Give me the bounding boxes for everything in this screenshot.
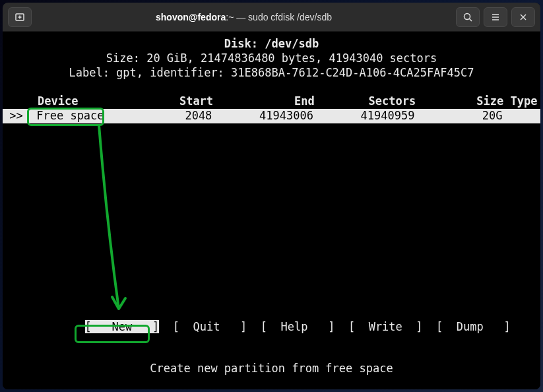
disk-size-line: Size: 20 GiB, 21474836480 bytes, 4194304…: [3, 51, 540, 66]
menu-bar: [ New ] [ Quit ] [ Help ] [ Write ] [ Du…: [3, 320, 540, 335]
new-tab-icon: [15, 12, 25, 22]
row-start: 2048: [185, 109, 212, 122]
table-row-selected[interactable]: >> Free space 2048 41943006 41940959 20G: [3, 109, 540, 123]
menu-write[interactable]: [ Write ]: [348, 320, 423, 333]
title-command: sudo cfdisk /dev/sdb: [248, 12, 332, 22]
row-end: 41943006: [259, 109, 313, 122]
disk-title-line: Disk: /dev/sdb: [3, 37, 540, 51]
menu-help[interactable]: [ Help ]: [261, 320, 335, 333]
window-title: shovon@fedora:~ — sudo cfdisk /dev/sdb: [32, 12, 456, 22]
hint-line: Create new partition from free space: [3, 362, 540, 376]
titlebar: shovon@fedora:~ — sudo cfdisk /dev/sdb: [3, 3, 540, 32]
menu-dump[interactable]: [ Dump ]: [436, 320, 511, 333]
menu-new[interactable]: [ New ]: [85, 320, 160, 333]
spacer: [3, 334, 540, 362]
spacer: [3, 123, 540, 320]
terminal-content[interactable]: Disk: /dev/sdb Size: 20 GiB, 21474836480…: [3, 32, 540, 389]
row-device: Free space: [36, 109, 104, 122]
svg-point-3: [464, 13, 470, 19]
menu-button[interactable]: [484, 7, 507, 27]
new-tab-button[interactable]: [8, 7, 32, 27]
title-sep: —: [234, 12, 248, 22]
title-path: :~: [226, 12, 234, 22]
row-size: 20G: [482, 109, 503, 122]
table-header: Device Start End Sectors Size Type: [11, 94, 540, 109]
svg-line-4: [470, 18, 472, 21]
disk-label-line: Label: gpt, identifier: 31E868BA-7612-C2…: [3, 66, 540, 81]
close-icon: [518, 12, 528, 22]
row-sectors: 41940959: [361, 109, 415, 122]
title-user-host: shovon@fedora: [156, 12, 226, 22]
blank-line: [3, 80, 540, 94]
terminal-window: shovon@fedora:~ — sudo cfdisk /dev/sdb: [3, 3, 540, 389]
menu-quit[interactable]: [ Quit ]: [173, 320, 247, 333]
search-button[interactable]: [456, 7, 480, 27]
partition-table: Device Start End Sectors Size Type: [3, 94, 540, 109]
titlebar-right-buttons: [456, 7, 535, 27]
close-button[interactable]: [511, 7, 535, 27]
search-icon: [463, 12, 473, 22]
hamburger-icon: [490, 12, 501, 22]
